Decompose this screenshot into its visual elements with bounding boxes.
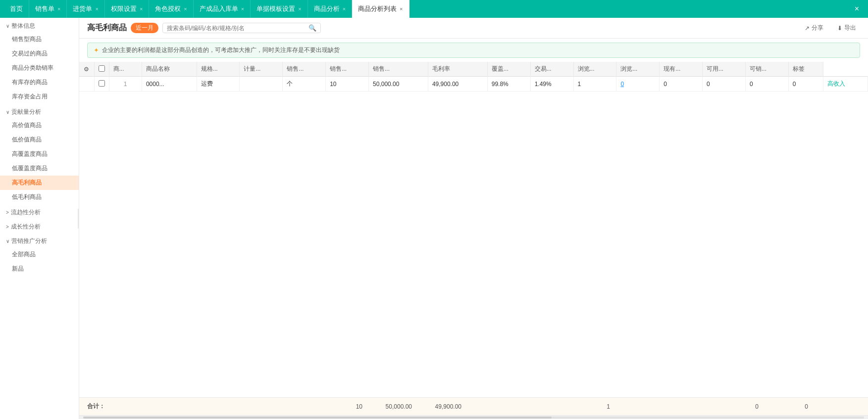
sidebar-item-category-rate[interactable]: 商品分类助销率	[0, 61, 79, 75]
export-icon: ⬇	[837, 25, 842, 32]
row-settings	[79, 77, 94, 92]
close-icon[interactable]: ×	[57, 6, 60, 12]
col-header-unit[interactable]: 计量...	[240, 62, 283, 77]
row-browse1[interactable]: 0	[616, 77, 660, 92]
nav-item-analysis[interactable]: 商品分析 ×	[308, 0, 352, 18]
col-header-browse2[interactable]: 浏览...	[616, 62, 660, 77]
nav-item-sales[interactable]: 销售单 ×	[29, 0, 67, 18]
info-icon: ✦	[94, 47, 99, 54]
main-layout: « ∨ 整体信息 销售型商品 交易过的商品 商品分类助销率 有库存的商品 库存资…	[0, 18, 868, 419]
row-spec	[240, 77, 283, 92]
sidebar-item-low-coverage[interactable]: 低覆盖度商品	[0, 161, 79, 176]
nav-item-purchase[interactable]: 进货单 ×	[67, 0, 104, 18]
sidebar-item-new-products[interactable]: 新品	[0, 262, 79, 276]
table-row: 1 0000... 运费 个 10 50,000.00 49,900.00 99…	[79, 77, 868, 92]
row-select-checkbox[interactable]	[99, 80, 105, 87]
horizontal-scrollbar[interactable]	[79, 415, 868, 419]
row-coverage: 1.49%	[530, 77, 573, 92]
page-title: 高毛利商品	[87, 23, 127, 33]
col-header-spec[interactable]: 规格...	[197, 62, 240, 77]
col-header-sale-qty[interactable]: 销售...	[283, 62, 326, 77]
close-icon[interactable]: ×	[184, 6, 187, 12]
nav-item-product-entry[interactable]: 产成品入库单 ×	[194, 0, 251, 18]
col-header-check[interactable]	[94, 62, 109, 77]
col-header-code[interactable]: 商...	[109, 62, 142, 77]
footer-label: 合计：	[87, 402, 105, 411]
chevron-down-icon: ∨	[6, 109, 9, 115]
col-header-sale-amount[interactable]: 销售...	[326, 62, 369, 77]
row-browse2: 0	[660, 77, 703, 92]
header-actions: ↗ 分享 ⬇ 导出	[801, 22, 860, 34]
footer-current-stock: 0	[719, 403, 759, 410]
sidebar: « ∨ 整体信息 销售型商品 交易过的商品 商品分类助销率 有库存的商品 库存资…	[0, 18, 79, 419]
row-available: 0	[745, 77, 788, 92]
col-header-gross-margin[interactable]: 毛利率	[428, 62, 487, 77]
nav-item-template[interactable]: 单据模板设置 ×	[251, 0, 307, 18]
col-header-saleable[interactable]: 可销...	[745, 62, 788, 77]
scroll-thumb[interactable]	[83, 417, 552, 419]
row-sale-amount: 50,000.00	[369, 77, 428, 92]
export-button[interactable]: ⬇ 导出	[833, 22, 860, 34]
footer-available: 0	[768, 403, 808, 410]
col-header-browse1[interactable]: 浏览...	[573, 62, 616, 77]
share-button[interactable]: ↗ 分享	[801, 22, 827, 34]
chevron-right-icon: >	[6, 210, 9, 215]
sidebar-group-growth[interactable]: > 成长性分析	[0, 219, 79, 233]
close-icon[interactable]: ×	[241, 6, 244, 12]
footer-trade: 1	[570, 403, 610, 410]
chevron-right-icon: >	[6, 224, 9, 230]
filter-button[interactable]: 近一月	[131, 23, 158, 33]
close-icon[interactable]: ×	[140, 6, 143, 12]
sidebar-item-stock-capital[interactable]: 库存资金占用	[0, 90, 79, 104]
sidebar-collapse-button[interactable]: «	[78, 209, 79, 229]
sidebar-item-all-products[interactable]: 全部商品	[0, 247, 79, 262]
footer-sale-amount: 50,000.00	[372, 403, 412, 410]
row-checkbox[interactable]	[94, 77, 109, 92]
nav-item-permissions[interactable]: 权限设置 ×	[105, 0, 149, 18]
info-banner: ✦ 企业的主要的利润都是这部分商品创造的，可考虑加大推广，同时关注库存是不要出现…	[87, 43, 860, 58]
row-current-stock: 0	[703, 77, 746, 92]
sidebar-group-contribution[interactable]: ∨ 贡献量分析	[0, 104, 79, 118]
col-header-name[interactable]: 商品名称	[142, 62, 197, 77]
chevron-down-icon: ∨	[6, 23, 9, 29]
col-header-coverage[interactable]: 覆盖...	[487, 62, 530, 77]
close-icon[interactable]: ×	[343, 6, 346, 12]
content-header: 高毛利商品 近一月 🔍 ↗ 分享 ⬇ 导出	[79, 18, 868, 39]
col-header-available[interactable]: 可用...	[703, 62, 746, 77]
sidebar-group-trend[interactable]: > 流趋性分析	[0, 204, 79, 219]
sidebar-group-marketing[interactable]: ∨ 营销推广分析	[0, 233, 79, 247]
close-all-button[interactable]: ×	[850, 4, 864, 13]
sidebar-item-in-stock[interactable]: 有库存的商品	[0, 75, 79, 90]
row-name: 运费	[197, 77, 240, 92]
share-icon: ↗	[805, 25, 810, 32]
row-saleable: 0	[788, 77, 823, 92]
col-header-tag[interactable]: 标签	[788, 62, 823, 77]
close-icon[interactable]: ×	[95, 6, 98, 12]
sidebar-group-overview[interactable]: ∨ 整体信息	[0, 18, 79, 32]
col-header-sale-cost[interactable]: 销售...	[369, 62, 428, 77]
col-header-settings[interactable]: ⚙	[79, 62, 94, 77]
select-all-checkbox[interactable]	[99, 65, 105, 72]
row-unit: 个	[283, 77, 326, 92]
sidebar-item-low-value[interactable]: 低价值商品	[0, 133, 79, 147]
content-area: 高毛利商品 近一月 🔍 ↗ 分享 ⬇ 导出 ✦ 企业的主要的利润都是这部分商品创…	[79, 18, 868, 419]
search-input[interactable]	[167, 25, 306, 32]
col-header-current-stock[interactable]: 现有...	[660, 62, 703, 77]
col-header-trade[interactable]: 交易...	[530, 62, 573, 77]
row-index: 1	[109, 77, 142, 92]
row-code: 0000...	[142, 77, 197, 92]
sidebar-item-low-margin[interactable]: 低毛利商品	[0, 190, 79, 204]
search-icon[interactable]: 🔍	[308, 24, 316, 32]
table-container: ⚙ 商... 商品名称 规格... 计量...	[79, 62, 868, 397]
sidebar-item-high-value[interactable]: 高价值商品	[0, 118, 79, 133]
sidebar-item-high-coverage[interactable]: 高覆盖度商品	[0, 147, 79, 161]
close-icon[interactable]: ×	[400, 6, 403, 12]
sidebar-item-high-margin[interactable]: 高毛利商品	[0, 176, 79, 190]
nav-item-roles[interactable]: 角色授权 ×	[149, 0, 193, 18]
sidebar-item-sales-product[interactable]: 销售型商品	[0, 32, 79, 47]
nav-item-home[interactable]: 首页	[4, 0, 29, 18]
nav-item-analysis-list[interactable]: 商品分析列表 ×	[352, 0, 409, 18]
footer-sale-qty: 10	[323, 403, 362, 410]
close-icon[interactable]: ×	[298, 6, 301, 12]
sidebar-item-traded-product[interactable]: 交易过的商品	[0, 47, 79, 61]
